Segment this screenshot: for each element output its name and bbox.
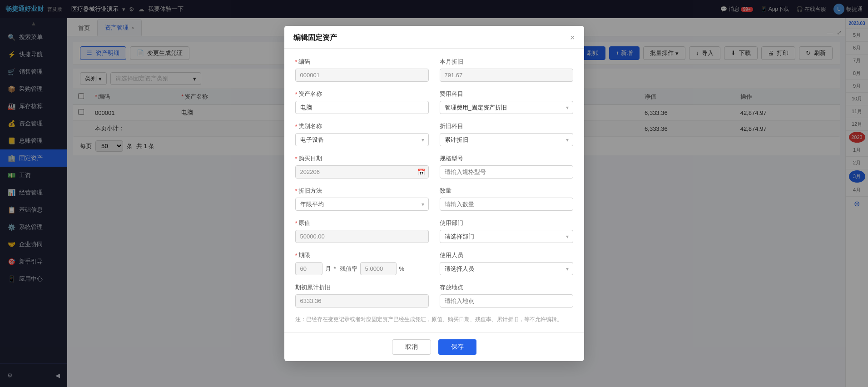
initial-dep-input[interactable] bbox=[295, 294, 429, 308]
form-col-spec: 规格型号 bbox=[440, 154, 573, 179]
monthly-dep-input[interactable] bbox=[440, 69, 573, 82]
department-wrap: 请选择部门 ▾ bbox=[440, 230, 573, 243]
form-col-user: 使用人员 请选择人员 ▾ bbox=[440, 251, 573, 275]
purchase-date-input[interactable] bbox=[295, 165, 429, 179]
asset-name-label: 资产名称 bbox=[298, 90, 322, 98]
calendar-icon: 📅 bbox=[417, 169, 425, 176]
location-label: 存放地点 bbox=[440, 283, 463, 292]
monthly-dep-label: 本月折旧 bbox=[440, 58, 463, 66]
user-wrap: 请选择人员 ▾ bbox=[440, 262, 573, 275]
dep-subject-select[interactable]: 累计折旧 bbox=[440, 133, 573, 146]
modal-close-btn[interactable]: × bbox=[570, 33, 575, 43]
modal-title: 编辑固定资产 bbox=[293, 33, 337, 43]
spec-input[interactable] bbox=[440, 165, 573, 179]
form-col-expense-subject: 费用科目 管理费用_固定资产折旧 ▾ bbox=[440, 90, 573, 114]
dep-method-label: 折旧方法 bbox=[298, 187, 322, 195]
form-row-1: * 编码 本月折旧 bbox=[295, 58, 573, 82]
original-value-input[interactable] bbox=[295, 230, 429, 243]
category-wrap: 电子设备 ▾ bbox=[295, 133, 429, 146]
asset-name-input[interactable] bbox=[295, 101, 429, 114]
modal-header: 编辑固定资产 × bbox=[284, 26, 584, 49]
dep-method-wrap: 年限平均 ▾ bbox=[295, 198, 429, 211]
period-inputs: 月 * 残值率 % bbox=[295, 262, 429, 275]
spec-label: 规格型号 bbox=[440, 154, 463, 163]
expense-subject-label: 费用科目 bbox=[440, 90, 463, 98]
form-row-3: * 类别名称 电子设备 ▾ 折旧科目 bbox=[295, 122, 573, 146]
dep-method-select[interactable]: 年限平均 bbox=[295, 198, 429, 211]
period-unit-label: 月 bbox=[325, 265, 331, 273]
modal-footer: 取消 保存 bbox=[284, 332, 584, 361]
initial-dep-label: 期初累计折旧 bbox=[295, 283, 331, 292]
user-select[interactable]: 请选择人员 bbox=[440, 262, 573, 275]
form-col-quantity: 数量 bbox=[440, 187, 573, 211]
purchase-date-wrap: 📅 bbox=[295, 165, 429, 179]
form-row-2: * 资产名称 费用科目 管理费用_固定资产折旧 ▾ bbox=[295, 90, 573, 114]
expense-subject-select[interactable]: 管理费用_固定资产折旧 bbox=[440, 101, 573, 114]
form-row-4: * 购买日期 📅 规格型号 bbox=[295, 154, 573, 179]
form-col-dep-subject: 折旧科目 累计折旧 ▾ bbox=[440, 122, 573, 146]
dep-subject-label: 折旧科目 bbox=[440, 122, 463, 130]
code-input[interactable] bbox=[295, 69, 429, 82]
form-row-5: * 折旧方法 年限平均 ▾ 数量 bbox=[295, 187, 573, 211]
department-select[interactable]: 请选择部门 bbox=[440, 230, 573, 243]
quantity-input[interactable] bbox=[440, 198, 573, 211]
category-select[interactable]: 电子设备 bbox=[295, 133, 429, 146]
department-label: 使用部门 bbox=[440, 219, 463, 227]
form-row-8: 期初累计折旧 存放地点 bbox=[295, 283, 573, 308]
residual-rate-input[interactable] bbox=[360, 262, 397, 275]
form-row-6: * 原值 使用部门 请选择部门 ▾ bbox=[295, 219, 573, 243]
dep-subject-wrap: 累计折旧 ▾ bbox=[440, 133, 573, 146]
residual-rate-required: * bbox=[334, 265, 336, 272]
category-name-label: 类别名称 bbox=[298, 122, 322, 130]
period-label: 期限 bbox=[298, 251, 310, 259]
form-col-code: * 编码 bbox=[295, 58, 429, 82]
save-button[interactable]: 保存 bbox=[438, 339, 476, 355]
code-label: 编码 bbox=[298, 58, 310, 66]
form-col-asset-name: * 资产名称 bbox=[295, 90, 429, 114]
form-col-monthly-dep: 本月折旧 bbox=[440, 58, 573, 82]
form-row-7: * 期限 月 * 残值率 % 使用人员 bbox=[295, 251, 573, 275]
quantity-label: 数量 bbox=[440, 187, 451, 195]
form-col-category: * 类别名称 电子设备 ▾ bbox=[295, 122, 429, 146]
edit-fixed-asset-modal: 编辑固定资产 × * 编码 本月折旧 bbox=[284, 26, 584, 361]
cancel-button[interactable]: 取消 bbox=[392, 339, 431, 355]
residual-rate-unit: % bbox=[399, 265, 405, 272]
form-col-purchase-date: * 购买日期 📅 bbox=[295, 154, 429, 179]
modal-body: * 编码 本月折旧 * 资产名称 bbox=[284, 49, 584, 332]
modal-overlay: 编辑固定资产 × * 编码 本月折旧 bbox=[0, 0, 868, 387]
expense-subject-wrap: 管理费用_固定资产折旧 ▾ bbox=[440, 101, 573, 114]
user-field-label: 使用人员 bbox=[440, 251, 463, 259]
form-col-original-value: * 原值 bbox=[295, 219, 429, 243]
modal-note: 注：已经存在变更记录或者对应固定资产已经生成凭证，原值、购买日期、残值率、累计折… bbox=[295, 316, 573, 323]
form-col-dep-method: * 折旧方法 年限平均 ▾ bbox=[295, 187, 429, 211]
period-input[interactable] bbox=[295, 262, 322, 275]
original-value-label: 原值 bbox=[298, 219, 310, 227]
form-col-location: 存放地点 bbox=[440, 283, 573, 308]
form-col-department: 使用部门 请选择部门 ▾ bbox=[440, 219, 573, 243]
residual-rate-label: 残值率 bbox=[340, 265, 357, 273]
location-input[interactable] bbox=[440, 294, 573, 308]
purchase-date-label: 购买日期 bbox=[298, 154, 322, 163]
form-col-period: * 期限 月 * 残值率 % bbox=[295, 251, 429, 275]
form-col-initial-dep: 期初累计折旧 bbox=[295, 283, 429, 308]
